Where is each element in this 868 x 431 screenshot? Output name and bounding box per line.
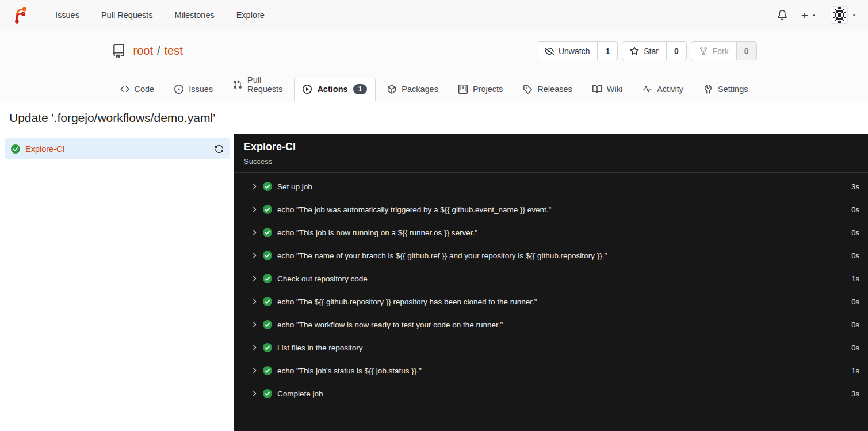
job-step-row[interactable]: echo "The job was automatically triggere… xyxy=(234,198,868,221)
job-log-panel: Explore-CI Success xyxy=(234,134,868,431)
repo-name-link[interactable]: test xyxy=(165,44,183,58)
package-icon xyxy=(387,85,396,94)
top-navbar: Issues Pull Requests Milestones Explore … xyxy=(0,0,868,30)
navbar-right: + xyxy=(777,6,857,24)
tab-pull-requests[interactable]: Pull Requests xyxy=(224,69,291,101)
repo-header: root / test Unwatch 1 xyxy=(0,30,868,101)
star-icon xyxy=(630,47,639,56)
step-name: echo "The ${{ github.repository }} repos… xyxy=(277,297,537,306)
repo-action-buttons: Unwatch 1 Star 0 xyxy=(537,41,757,60)
step-duration: 0s xyxy=(844,321,859,329)
tab-projects[interactable]: Projects xyxy=(450,78,511,101)
tab-activity[interactable]: Activity xyxy=(634,78,692,101)
chevron-right-icon[interactable] xyxy=(250,251,258,260)
job-step-row[interactable]: echo "This job's status is ${{ job.statu… xyxy=(234,359,868,382)
tab-actions[interactable]: Actions 1 xyxy=(294,78,376,101)
watchers-count[interactable]: 1 xyxy=(597,42,617,60)
job-status: Success xyxy=(244,157,858,166)
tab-actions-label: Actions xyxy=(317,85,347,94)
chevron-right-icon[interactable] xyxy=(250,390,258,398)
navbar-item-explore[interactable]: Explore xyxy=(225,6,276,24)
stars-count[interactable]: 0 xyxy=(666,42,686,60)
tab-code[interactable]: Code xyxy=(112,78,163,101)
chevron-right-icon[interactable] xyxy=(250,367,258,375)
chevron-down-icon xyxy=(851,12,857,18)
tab-projects-label: Projects xyxy=(473,85,503,94)
check-circle-icon xyxy=(263,366,272,375)
chevron-right-icon[interactable] xyxy=(250,274,258,283)
star-button[interactable]: Star 0 xyxy=(622,41,686,60)
step-name: Complete job xyxy=(277,390,323,398)
check-circle-icon xyxy=(11,144,20,154)
eye-slash-icon xyxy=(545,47,554,56)
step-name: echo "This job is now running on a ${{ r… xyxy=(277,228,477,237)
tab-packages[interactable]: Packages xyxy=(378,78,447,101)
repo-owner-link[interactable]: root xyxy=(133,44,153,58)
chevron-right-icon[interactable] xyxy=(250,228,258,237)
sidebar-job-explore-ci[interactable]: Explore-CI xyxy=(5,138,230,159)
chevron-right-icon[interactable] xyxy=(250,297,258,306)
navbar-item-milestones[interactable]: Milestones xyxy=(163,6,225,24)
repo-book-icon xyxy=(112,44,126,58)
tab-packages-label: Packages xyxy=(402,85,438,94)
notifications-bell-icon[interactable] xyxy=(777,10,787,20)
job-step-row[interactable]: List files in the repository 0s xyxy=(234,336,868,359)
step-name: List files in the repository xyxy=(277,344,363,352)
page: Issues Pull Requests Milestones Explore … xyxy=(0,0,868,431)
navbar-links: Issues Pull Requests Milestones Explore xyxy=(44,6,276,24)
step-duration: 1s xyxy=(844,274,859,283)
job-step-row[interactable]: Set up job 3s xyxy=(234,175,868,198)
check-circle-icon xyxy=(263,297,272,306)
job-step-row[interactable]: echo "The ${{ github.repository }} repos… xyxy=(234,290,868,313)
step-name: Check out repository code xyxy=(277,274,368,283)
step-duration: 0s xyxy=(844,205,859,214)
tab-issues[interactable]: Issues xyxy=(166,78,221,101)
step-name: echo "The job was automatically triggere… xyxy=(277,205,551,214)
job-step-row[interactable]: echo "The workflow is now ready to test … xyxy=(234,313,868,336)
job-step-row[interactable]: Complete job 3s xyxy=(234,382,868,405)
create-new-dropdown[interactable]: + xyxy=(801,9,817,21)
step-duration: 3s xyxy=(844,182,859,191)
check-circle-icon xyxy=(263,182,272,191)
chevron-right-icon[interactable] xyxy=(250,182,258,190)
actions-count-badge: 1 xyxy=(353,84,368,94)
tab-code-label: Code xyxy=(135,85,155,94)
user-menu-dropdown[interactable] xyxy=(831,6,857,24)
run-main: Explore-CI Explore-CI Success xyxy=(0,134,868,431)
tab-settings[interactable]: Settings xyxy=(695,78,756,101)
step-name: echo "This job's status is ${{ job.statu… xyxy=(277,367,422,375)
forks-count: 0 xyxy=(736,42,756,60)
plus-icon: + xyxy=(801,9,808,21)
tab-releases[interactable]: Releases xyxy=(514,78,580,101)
code-icon xyxy=(120,85,129,94)
unwatch-label: Unwatch xyxy=(559,47,590,56)
check-circle-icon xyxy=(263,320,272,329)
job-steps-list: Set up job 3s xyxy=(234,173,868,405)
fork-button: Fork 0 xyxy=(691,41,757,60)
unwatch-button[interactable]: Unwatch 1 xyxy=(537,41,618,60)
git-pull-request-icon xyxy=(233,80,242,89)
tools-icon xyxy=(703,85,713,94)
chevron-right-icon[interactable] xyxy=(250,344,258,352)
chevron-right-icon[interactable] xyxy=(250,321,258,329)
star-label: Star xyxy=(644,47,659,56)
job-step-row[interactable]: echo "This job is now running on a ${{ r… xyxy=(234,221,868,244)
book-open-icon xyxy=(592,85,602,94)
play-circle-icon xyxy=(303,85,312,94)
tab-wiki[interactable]: Wiki xyxy=(584,78,631,101)
refresh-icon[interactable] xyxy=(215,144,224,154)
check-circle-icon xyxy=(263,389,272,398)
project-board-icon xyxy=(458,85,468,94)
check-circle-icon xyxy=(263,251,272,260)
issue-opened-icon xyxy=(174,85,183,94)
step-name: Set up job xyxy=(277,182,312,191)
chevron-right-icon[interactable] xyxy=(250,205,258,213)
forgejo-logo-icon[interactable] xyxy=(11,6,29,24)
job-step-row[interactable]: echo "The name of your branch is ${{ git… xyxy=(234,244,868,267)
navbar-item-issues[interactable]: Issues xyxy=(44,6,90,24)
job-step-row[interactable]: Check out repository code 1s xyxy=(234,267,868,290)
step-duration: 0s xyxy=(844,344,859,352)
navbar-item-pull-requests[interactable]: Pull Requests xyxy=(90,6,163,24)
job-name: Explore-CI xyxy=(244,141,858,153)
fork-label: Fork xyxy=(713,47,729,56)
